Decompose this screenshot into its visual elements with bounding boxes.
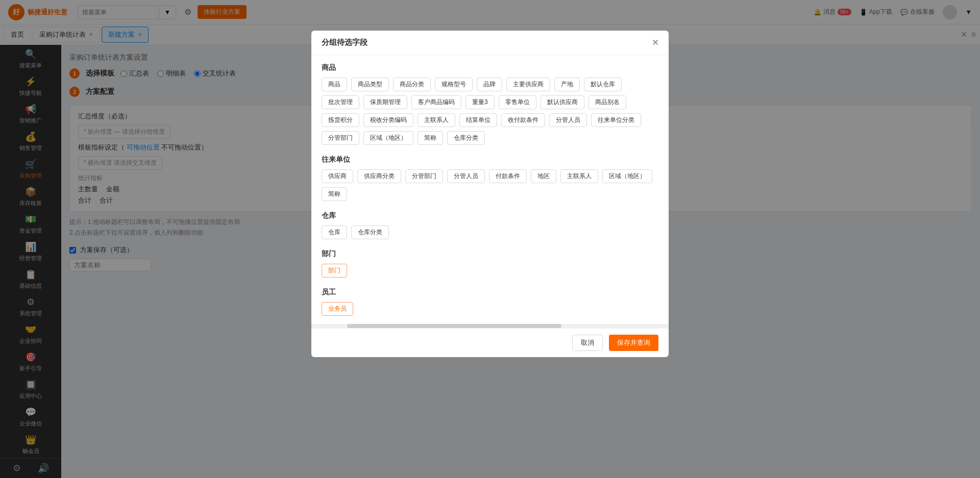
tag-goods-6[interactable]: 产地 [554, 78, 580, 91]
tag-warehouse-1[interactable]: 仓库分类 [351, 225, 389, 239]
tag-goods-14[interactable]: 商品别名 [589, 95, 626, 109]
tag-goods-17[interactable]: 主联系人 [418, 113, 455, 127]
tag-goods-9[interactable]: 保质期管理 [363, 95, 407, 109]
tag-goods-0[interactable]: 商品 [322, 78, 347, 91]
section-warehouse-title: 仓库 [322, 211, 658, 220]
tag-goods-1[interactable]: 商品类型 [351, 78, 389, 91]
section-goods-title: 商品 [322, 63, 658, 72]
tag-warehouse-0[interactable]: 仓库 [322, 225, 347, 239]
tag-partner-0[interactable]: 供应商 [322, 169, 353, 183]
modal-overlay: 分组待选字段 ✕ 商品 商品 商品类型 商品分类 规格型号 品牌 主要供应商 产… [0, 0, 980, 478]
tag-goods-2[interactable]: 商品分类 [393, 78, 431, 91]
tag-partner-4[interactable]: 付款条件 [489, 169, 527, 183]
tag-partner-1[interactable]: 供应商分类 [357, 169, 401, 183]
tag-goods-8[interactable]: 批次管理 [322, 95, 359, 109]
tag-goods-5[interactable]: 主要供应商 [506, 78, 550, 91]
tag-goods-3[interactable]: 规格型号 [435, 78, 473, 91]
section-department-tags: 部门 [322, 264, 658, 278]
tag-goods-18[interactable]: 结算单位 [459, 113, 497, 127]
tag-goods-12[interactable]: 零售单位 [499, 95, 536, 109]
tag-goods-16[interactable]: 税收分类编码 [363, 113, 413, 127]
tag-goods-7[interactable]: 默认仓库 [584, 78, 622, 91]
modal-body: 商品 商品 商品类型 商品分类 规格型号 品牌 主要供应商 产地 默认仓库 批次… [311, 55, 669, 324]
tag-goods-11[interactable]: 重量3 [465, 95, 495, 109]
tag-partner-5[interactable]: 地区 [531, 169, 556, 183]
tag-partner-8[interactable]: 简称 [322, 187, 347, 201]
section-partner: 往来单位 供应商 供应商分类 分管部门 分管人员 付款条件 地区 主联系人 区域… [322, 155, 658, 201]
tag-goods-23[interactable]: 区域（地区） [363, 131, 413, 145]
tag-goods-19[interactable]: 收付款条件 [501, 113, 545, 127]
tag-department-0[interactable]: 部门 [322, 264, 347, 278]
section-warehouse-tags: 仓库 仓库分类 [322, 225, 658, 239]
tag-goods-15[interactable]: 拣货积分 [322, 113, 359, 127]
modal-footer: 取消 保存并查询 [311, 328, 669, 357]
modal-title: 分组待选字段 [322, 38, 368, 47]
cancel-button[interactable]: 取消 [572, 335, 603, 351]
section-partner-tags: 供应商 供应商分类 分管部门 分管人员 付款条件 地区 主联系人 区域（地区） … [322, 169, 658, 201]
section-staff: 员工 业务员 [322, 288, 658, 316]
tag-partner-2[interactable]: 分管部门 [405, 169, 443, 183]
modal-hscroll-thumb [347, 324, 561, 328]
tag-goods-13[interactable]: 默认供应商 [541, 95, 584, 109]
section-goods-tags: 商品 商品类型 商品分类 规格型号 品牌 主要供应商 产地 默认仓库 批次管理 … [322, 78, 658, 145]
section-warehouse: 仓库 仓库 仓库分类 [322, 211, 658, 239]
tag-staff-0[interactable]: 业务员 [322, 302, 353, 316]
tag-partner-3[interactable]: 分管人员 [447, 169, 485, 183]
section-department-title: 部门 [322, 249, 658, 259]
section-department: 部门 部门 [322, 249, 658, 278]
tag-goods-22[interactable]: 分管部门 [322, 131, 359, 145]
section-goods: 商品 商品 商品类型 商品分类 规格型号 品牌 主要供应商 产地 默认仓库 批次… [322, 63, 658, 145]
modal-horizontal-scrollbar[interactable] [311, 324, 669, 328]
section-staff-title: 员工 [322, 288, 658, 297]
modal: 分组待选字段 ✕ 商品 商品 商品类型 商品分类 规格型号 品牌 主要供应商 产… [311, 31, 669, 357]
section-partner-title: 往来单位 [322, 155, 658, 164]
tag-goods-21[interactable]: 往来单位分类 [591, 113, 641, 127]
tag-goods-25[interactable]: 仓库分类 [447, 131, 485, 145]
tag-partner-6[interactable]: 主联系人 [560, 169, 598, 183]
tag-goods-10[interactable]: 客户商品编码 [411, 95, 461, 109]
tag-goods-24[interactable]: 简称 [418, 131, 443, 145]
modal-header: 分组待选字段 ✕ [311, 31, 669, 55]
tag-partner-7[interactable]: 区域（地区） [602, 169, 652, 183]
section-staff-tags: 业务员 [322, 302, 658, 316]
tag-goods-20[interactable]: 分管人员 [549, 113, 587, 127]
modal-close-icon[interactable]: ✕ [652, 38, 658, 47]
confirm-button[interactable]: 保存并查询 [609, 335, 658, 351]
tag-goods-4[interactable]: 品牌 [477, 78, 502, 91]
